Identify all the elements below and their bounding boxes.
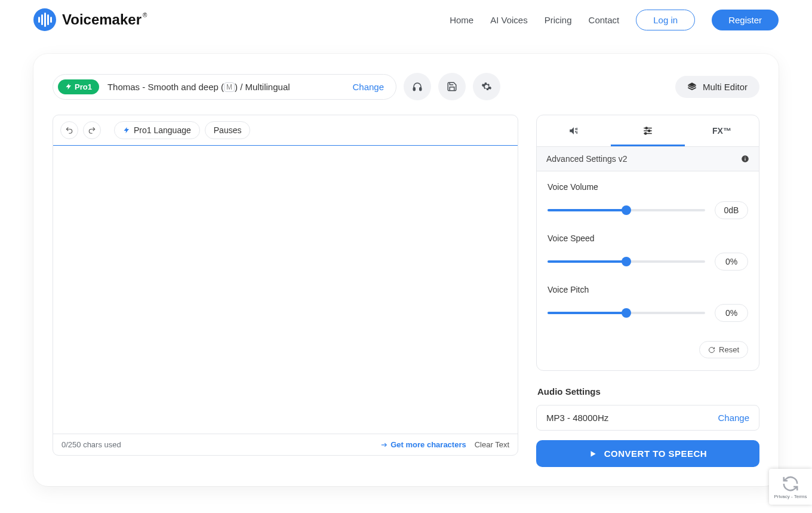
- pro-badge: Pro1: [58, 79, 99, 94]
- svg-point-4: [645, 127, 647, 129]
- bolt-icon: [65, 83, 72, 90]
- redo-button[interactable]: [83, 121, 101, 139]
- nav-ai-voices[interactable]: AI Voices: [490, 15, 528, 25]
- audio-format-row[interactable]: MP3 - 48000Hz Change: [536, 405, 759, 431]
- audio-format: MP3 - 48000Hz: [546, 413, 608, 423]
- audio-settings-title: Audio Settings: [537, 386, 758, 397]
- text-input[interactable]: [53, 146, 518, 431]
- recaptcha-icon: [782, 475, 799, 493]
- voice-name: Thomas - Smooth and deep (M) / Multiling…: [107, 82, 290, 92]
- recaptcha-badge: Privacy - Terms: [769, 469, 812, 505]
- svg-point-6: [648, 130, 650, 132]
- gear-icon: [481, 81, 492, 92]
- tab-sliders[interactable]: [611, 115, 685, 146]
- refresh-icon: [708, 346, 715, 354]
- headphones-button[interactable]: [404, 73, 431, 100]
- tab-fx[interactable]: FX™: [685, 115, 759, 146]
- svg-rect-10: [745, 158, 745, 161]
- brand-logo[interactable]: Voicemaker ®: [33, 8, 147, 31]
- change-voice-link[interactable]: Change: [352, 82, 384, 92]
- info-icon[interactable]: [741, 155, 749, 163]
- pitch-label: Voice Pitch: [548, 285, 748, 294]
- arrow-right-icon: [380, 442, 388, 448]
- save-button[interactable]: [438, 73, 466, 100]
- multi-editor-label: Multi Editor: [703, 82, 748, 92]
- layers-icon: [687, 82, 697, 91]
- pitch-value: 0%: [715, 304, 748, 322]
- bolt-icon: [123, 127, 130, 134]
- convert-button[interactable]: CONVERT TO SPEECH: [536, 440, 759, 467]
- svg-point-8: [645, 133, 647, 134]
- clear-text-link[interactable]: Clear Text: [475, 440, 509, 449]
- speed-label: Voice Speed: [548, 234, 748, 243]
- settings-button[interactable]: [473, 73, 500, 100]
- volume-icon: [568, 125, 579, 136]
- nav-contact[interactable]: Contact: [589, 15, 620, 25]
- advanced-settings-title: Advanced Settings v2: [546, 154, 627, 164]
- login-button[interactable]: Log in: [636, 10, 695, 30]
- voice-selector[interactable]: Pro1 Thomas - Smooth and deep (M) / Mult…: [53, 74, 396, 100]
- headphones-icon: [412, 81, 423, 92]
- brand-name: Voicemaker: [62, 11, 142, 28]
- voice-gender-tag: M: [224, 82, 235, 92]
- pitch-slider[interactable]: [548, 312, 705, 314]
- sliders-icon: [642, 125, 653, 136]
- nav-home[interactable]: Home: [450, 15, 473, 25]
- undo-icon: [65, 126, 73, 134]
- volume-slider[interactable]: [548, 209, 705, 211]
- tab-volume[interactable]: [537, 115, 611, 146]
- get-more-characters-link[interactable]: Get more characters: [380, 440, 466, 449]
- svg-rect-1: [420, 88, 422, 91]
- redo-icon: [88, 126, 96, 134]
- save-icon: [447, 81, 457, 92]
- volume-value: 0dB: [715, 201, 748, 219]
- play-icon: [589, 450, 597, 458]
- undo-button[interactable]: [60, 121, 78, 139]
- brand-registered: ®: [143, 13, 147, 19]
- reset-button[interactable]: Reset: [699, 341, 748, 358]
- nav-pricing[interactable]: Pricing: [545, 15, 572, 25]
- char-count: 0/250 chars used: [61, 440, 121, 449]
- speed-slider[interactable]: [548, 260, 705, 263]
- svg-rect-11: [745, 157, 745, 158]
- change-audio-link[interactable]: Change: [718, 413, 749, 423]
- pro-language-button[interactable]: Pro1 Language: [114, 121, 200, 139]
- recaptcha-text: Privacy - Terms: [774, 494, 807, 499]
- svg-rect-0: [413, 88, 415, 91]
- speed-value: 0%: [715, 253, 748, 271]
- volume-label: Voice Volume: [548, 182, 748, 192]
- pauses-button[interactable]: Pauses: [205, 121, 251, 139]
- logo-icon: [33, 8, 56, 31]
- register-button[interactable]: Register: [712, 10, 779, 30]
- multi-editor-button[interactable]: Multi Editor: [675, 76, 759, 98]
